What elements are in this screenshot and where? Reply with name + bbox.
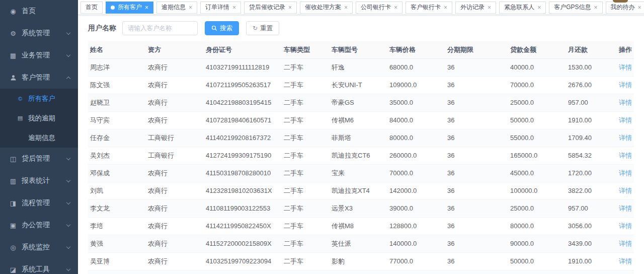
table-cell: 农商行 [146,94,204,111]
chevron-down-icon [66,178,70,182]
dashboard-icon: ◉ [9,8,17,15]
reset-button[interactable]: ↻ 重置 [246,21,279,35]
sidebar-item[interactable]: ◉首页 [0,0,78,22]
table-cell: 39000.0 [387,199,445,217]
search-field-label: 用户名称 [88,24,116,33]
sidebar-subitem-label: 我的逾期 [28,114,55,123]
sidebar-subitem[interactable]: 逾期信息 [0,128,78,148]
close-icon[interactable]: × [537,5,541,11]
close-icon[interactable]: × [594,5,597,11]
table-cell: 二手车 [282,235,330,252]
table-row: 赵晓卫农商行410422198803195415二手车帝豪GS35000.036… [88,94,634,111]
detail-link[interactable]: 详情 [619,63,632,71]
detail-link[interactable]: 详情 [619,257,632,265]
tab[interactable]: 我的待办× [606,2,644,14]
sidebar-item[interactable]: ◨流程管理 [0,192,78,214]
table-cell: 菲斯塔 [330,129,387,147]
search-input[interactable] [122,21,198,35]
tab[interactable]: 催收处理方案× [300,2,353,14]
table-cell: 帝豪GS [330,94,387,111]
sidebar-item[interactable]: ◎系统监控 [0,236,78,258]
sidebar-item-label: 办公管理 [22,221,50,230]
chevron-down-icon [66,244,70,248]
table-cell: 80000.0 [508,217,566,235]
table-row: 李文龙农商行411081199003122553二手车远景X339000.036… [88,199,634,217]
detail-link[interactable]: 详情 [619,187,632,194]
table-cell: 140000.0 [387,235,445,252]
gear-icon: ⚙ [9,30,17,37]
table-cell: 农商行 [146,111,204,129]
tab[interactable]: 贷后催收记录× [244,2,297,14]
table-cell: 128800.0 [387,217,445,235]
table-cell: 李文龙 [88,199,146,217]
close-icon[interactable]: × [288,5,292,11]
close-icon[interactable]: × [444,5,447,11]
detail-link[interactable]: 详情 [619,204,632,212]
detail-link[interactable]: 详情 [619,152,632,159]
sidebar-item[interactable]: ⚙系统管理 [0,22,78,44]
table-cell: 远景X3 [330,199,387,217]
sidebar-item[interactable]: ▥报表统计 [0,170,78,192]
detail-link[interactable]: 详情 [619,134,632,142]
column-header: 姓名 [88,41,146,58]
tab-label: 外访记录 [460,3,485,12]
detail-link[interactable]: 详情 [619,81,632,89]
detail-link[interactable]: 详情 [619,116,632,124]
table-row: 吴亚博农商行410325199709223094二手车影豹77000.03650… [88,252,634,270]
actions-cell: 详情 [604,76,634,94]
tab[interactable]: 所有客户× [106,2,153,14]
tab[interactable]: 公司银行卡× [356,2,403,14]
sidebar-item[interactable]: 客户管理 [0,66,78,89]
sidebar-item[interactable]: ◫贷后管理 [0,148,78,170]
close-icon[interactable]: × [394,5,397,11]
tab[interactable]: 订单详情× [200,2,241,14]
close-icon[interactable]: × [344,5,348,11]
table-row: 黄强农商行41152720000215809X二手车英仕派140000.0369… [88,235,634,252]
table-cell: 吴刘杰 [88,147,146,164]
table-row: 邓保成农商行411503198708280010二手车宝来70000.03645… [88,164,634,182]
table-cell: 410422198803195415 [204,94,282,111]
chart-icon: ▥ [9,177,17,185]
close-icon[interactable]: × [189,5,192,11]
detail-link[interactable]: 详情 [619,240,632,247]
tab[interactable]: 客户GPS信息× [549,2,602,14]
close-icon[interactable]: × [638,5,641,11]
close-icon[interactable]: × [232,5,236,11]
actions-cell: 详情 [604,147,634,164]
sidebar-item-label: 首页 [22,7,36,16]
table-cell: 36 [445,129,508,147]
tab[interactable]: 客户银行卡× [406,2,452,14]
sidebar-item[interactable]: ◪系统工具 [0,258,78,274]
table-cell: 40000.0 [508,58,566,76]
tab-label: 首页 [86,3,98,12]
table-cell: 50000.0 [508,111,566,129]
close-icon[interactable]: × [145,5,148,11]
close-icon[interactable]: × [488,5,491,11]
detail-link[interactable]: 详情 [619,222,632,230]
actions-cell: 详情 [604,164,634,182]
actions-cell: 详情 [604,270,634,274]
table-cell: 3822.00 [566,182,604,199]
tab[interactable]: 首页 [80,2,103,14]
table-cell: 二手车 [282,94,330,111]
search-button[interactable]: 搜索 [205,21,239,35]
table-cell: 41232819810203631X [204,182,282,199]
tab[interactable]: 逾期信息× [156,2,197,14]
table-cell: 轩逸 [330,270,387,274]
sidebar-subitem-label: 逾期信息 [28,133,55,143]
detail-link[interactable]: 详情 [619,169,632,177]
reset-button-label: 重置 [260,24,273,33]
tab-label: 公司银行卡 [361,3,391,12]
table-cell: 二手车 [282,111,330,129]
sidebar-item[interactable]: ▦业务管理 [0,44,78,66]
detail-link[interactable]: 详情 [619,99,632,106]
table-cell: 二手车 [282,252,330,270]
sidebar-item[interactable]: ▣办公管理 [0,214,78,236]
sidebar-subitem[interactable]: ©所有客户 [0,89,78,108]
tab[interactable]: 外访记录× [455,2,496,14]
table-cell: 260000.0 [387,147,445,164]
sidebar-subitem[interactable]: ▤我的逾期 [0,108,78,128]
table-cell: 90000.0 [508,235,566,252]
tab[interactable]: 紧急联系人× [499,2,546,14]
table-cell: 轩逸 [330,58,387,76]
